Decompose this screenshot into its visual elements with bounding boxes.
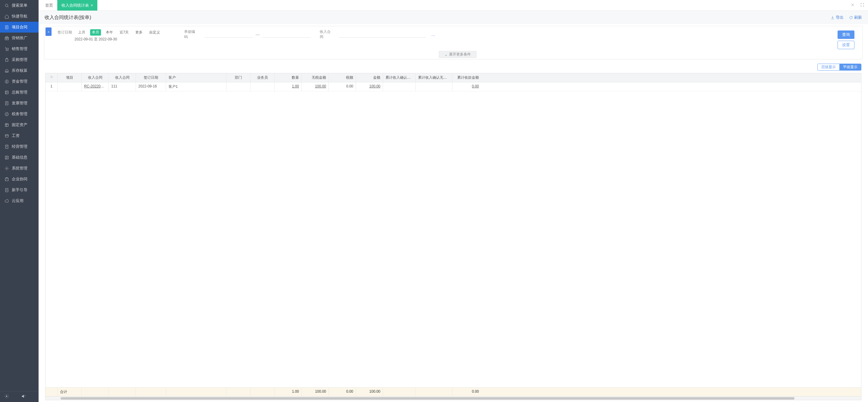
sidebar-item-label: 发票管理	[12, 100, 27, 106]
filter-doc-no: 单据编码 —	[184, 29, 311, 39]
page-header: 收入合同统计表(按单) 导出 刷新	[38, 11, 868, 24]
query-button[interactable]: 查询	[838, 30, 855, 39]
settings-button[interactable]: 设置	[838, 41, 855, 49]
tab-active[interactable]: 收入合同统计表 ×	[57, 0, 97, 10]
sidebar-item-1[interactable]: 快捷导航	[0, 11, 38, 22]
svg-point-17	[6, 396, 7, 397]
cell-qty[interactable]: 1.00	[275, 82, 302, 91]
enterprise-icon	[4, 177, 9, 181]
sidebar-item-label: 销售管理	[12, 46, 27, 52]
display-layer-option[interactable]: 层级显示	[818, 64, 839, 70]
cell-contract-no[interactable]: RC-20220916-0	[82, 82, 109, 91]
date-tab[interactable]: 近7天	[118, 29, 131, 36]
date-tab[interactable]: 更多	[133, 29, 144, 36]
sidebar-item-12[interactable]: 工资	[0, 130, 38, 141]
fullscreen-icon[interactable]	[860, 3, 864, 8]
sidebar-item-label: 基础信息	[12, 155, 27, 160]
date-tab[interactable]: 本年	[104, 29, 115, 36]
cell-amount[interactable]: 100.00	[356, 82, 383, 91]
table-row[interactable]: 1 RC-20220916-0 111 2022-09-16 客户1 1.00 …	[45, 82, 861, 91]
scrollbar-thumb[interactable]	[61, 397, 795, 400]
sidebar-item-6[interactable]: 库存核算	[0, 65, 38, 76]
th-income-contract-name: 收入合同	[109, 73, 136, 82]
date-tab[interactable]: 上月	[76, 29, 87, 36]
contract-more-button[interactable]: …	[431, 32, 435, 37]
sound-icon[interactable]	[21, 394, 26, 400]
sidebar-item-0[interactable]: 搜索菜单	[0, 0, 38, 11]
sidebar-item-8[interactable]: 总账管理	[0, 87, 38, 98]
sidebar-item-9[interactable]: 发票管理	[0, 98, 38, 109]
footer-label: 合计	[58, 387, 82, 396]
footer-qty: 1.00	[275, 387, 302, 396]
th-project: 项目	[58, 73, 82, 82]
sidebar-item-11[interactable]: 固定资产	[0, 119, 38, 130]
ledger-icon	[4, 90, 9, 95]
refresh-button[interactable]: 刷新	[849, 15, 862, 20]
sidebar-item-17[interactable]: 新手引导	[0, 184, 38, 195]
sidebar-item-label: 固定资产	[12, 122, 27, 127]
sidebar-item-label: 快捷导航	[12, 13, 27, 19]
sidebar-item-7[interactable]: 资金管理	[0, 76, 38, 87]
tax-icon	[4, 112, 9, 116]
sidebar-item-label: 搜索菜单	[12, 3, 27, 8]
filter-collapse-button[interactable]: »	[45, 27, 52, 36]
date-tab[interactable]: 自定义	[147, 29, 162, 36]
bag-icon	[4, 57, 9, 62]
sidebar-item-label: 工资	[12, 133, 20, 138]
dash: —	[255, 32, 259, 37]
svg-point-3	[6, 50, 6, 51]
th-cum-income-notax: 累计收入确认无税金额	[415, 73, 453, 82]
display-flat-option[interactable]: 平级显示	[839, 64, 861, 70]
tab-home[interactable]: 首页	[41, 0, 57, 10]
sidebar-item-14[interactable]: 基础信息	[0, 152, 38, 163]
doc-no-to-input[interactable]	[262, 31, 311, 38]
th-tax: 税额	[329, 73, 356, 82]
sidebar-item-label: 项目合同	[12, 24, 27, 30]
th-cum-income: 累计收入确认金额	[383, 73, 415, 82]
horizontal-scrollbar[interactable]	[45, 397, 861, 400]
filter-contract: 收入合同 …	[320, 29, 435, 39]
th-sign-date: 签订日期	[136, 73, 166, 82]
svg-rect-10	[5, 135, 8, 137]
close-all-icon[interactable]	[850, 3, 855, 8]
settings-icon[interactable]	[4, 394, 9, 400]
export-button[interactable]: 导出	[831, 15, 844, 20]
biz-icon	[4, 144, 9, 149]
th-customer: 客户	[166, 73, 226, 82]
tab-label: 首页	[45, 3, 53, 8]
sidebar-item-3[interactable]: 营销推广	[0, 33, 38, 44]
date-tab[interactable]: 本月	[90, 29, 101, 36]
table-footer: 合计 1.00 100.00 0.00 100.00 0.00	[45, 387, 861, 396]
expand-conditions-button[interactable]: ⌄ 展开更多条件	[439, 51, 476, 58]
filter-sign-date: 签订日期 上月本月本年近7天更多自定义 2022-09-01 至 2022-09…	[58, 29, 166, 42]
cell-cum-receipt[interactable]: 0.00	[453, 82, 481, 91]
cell-cum-income-notax	[415, 82, 453, 91]
sidebar-item-16[interactable]: 企业协同	[0, 174, 38, 184]
sidebar-item-10[interactable]: 税务管理	[0, 109, 38, 119]
data-table: 项目 收入合同 收入合同 签订日期 客户 部门 业务员 数量 无税金额 税额 金…	[45, 73, 861, 397]
contract-input[interactable]	[339, 31, 426, 38]
column-settings-button[interactable]	[45, 73, 58, 82]
sidebar-item-18[interactable]: 云应用	[0, 195, 38, 206]
doc-no-from-input[interactable]	[205, 31, 253, 38]
cell-project	[58, 82, 82, 91]
action-label: 导出	[836, 15, 844, 20]
action-label: 刷新	[854, 15, 862, 20]
svg-point-0	[5, 4, 8, 7]
tab-close-icon[interactable]: ×	[91, 3, 93, 7]
table-body: 1 RC-20220916-0 111 2022-09-16 客户1 1.00 …	[45, 82, 861, 387]
svg-point-16	[6, 190, 7, 190]
sidebar-item-4[interactable]: 销售管理	[0, 44, 38, 54]
cell-cum-income	[383, 82, 415, 91]
cell-notax[interactable]: 100.00	[302, 82, 329, 91]
sidebar-item-5[interactable]: 采购管理	[0, 54, 38, 65]
sidebar-item-2[interactable]: 项目合同	[0, 22, 38, 33]
sidebar-item-13[interactable]: 经营管理	[0, 141, 38, 152]
row-index: 1	[45, 82, 58, 91]
sidebar-item-label: 企业协同	[12, 176, 27, 182]
sidebar-item-15[interactable]: 系统管理	[0, 163, 38, 174]
th-biz: 业务员	[250, 73, 275, 82]
asset-icon	[4, 122, 9, 127]
th-dept: 部门	[226, 73, 250, 82]
sidebar-item-label: 云应用	[12, 198, 24, 204]
